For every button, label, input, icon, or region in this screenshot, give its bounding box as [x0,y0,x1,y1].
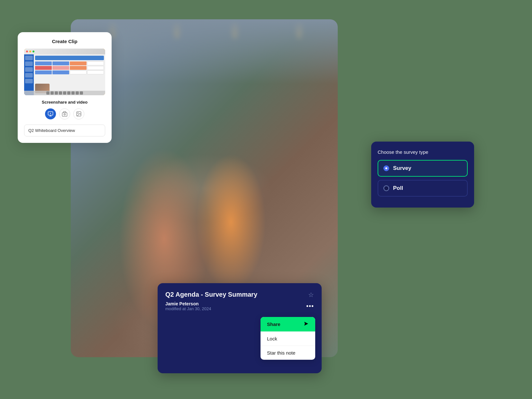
context-menu: Share Lock Star this note [261,317,315,360]
svg-point-5 [78,113,78,113]
svg-rect-2 [62,113,67,116]
image-icon-btn[interactable] [73,108,84,119]
note-header: Q2 Agenda - Survey Summary ☆ [165,291,314,299]
note-card: Q2 Agenda - Survey Summary ☆ Jamie Peter… [158,283,322,373]
menu-item-star-note[interactable]: Star this note [261,346,315,360]
note-author: Jamie Peterson [165,301,211,306]
note-card-bottom [165,360,314,366]
create-clip-card: Create Clip [18,32,112,143]
poll-radio-empty: ○ [383,185,389,191]
share-cursor-icon [304,321,309,327]
svg-point-1 [50,113,51,114]
screenshot-preview [24,49,105,95]
note-title: Q2 Agenda - Survey Summary [165,291,305,298]
share-label: Share [267,321,280,327]
star-note-label: Star this note [267,350,295,356]
clip-name-input[interactable] [24,125,105,136]
note-date: modified at Jan 30, 2024 [165,306,211,311]
more-options-button[interactable]: ••• [306,302,314,310]
survey-radio-filled [383,165,389,171]
survey-option-survey[interactable]: Survey [378,160,468,177]
survey-type-card: Choose the survey type Survey ○ Poll [371,142,474,208]
screen-share-icon-btn[interactable] [45,108,56,119]
survey-option-poll[interactable]: ○ Poll [378,180,468,197]
menu-item-share[interactable]: Share [261,317,315,331]
note-meta: Jamie Peterson modified at Jan 30, 2024 … [165,301,314,311]
camera-icon-btn[interactable] [59,108,70,119]
svg-point-3 [64,114,66,115]
survey-option-poll-label: Poll [393,185,403,191]
screenshare-label: Screenshare and video [24,100,105,105]
star-icon[interactable]: ☆ [308,291,314,299]
survey-card-title: Choose the survey type [378,149,468,155]
survey-option-survey-label: Survey [393,165,411,172]
capture-mode-icons [24,108,105,119]
lock-label: Lock [267,336,277,341]
create-clip-title: Create Clip [24,39,105,44]
menu-item-lock[interactable]: Lock [261,332,315,346]
